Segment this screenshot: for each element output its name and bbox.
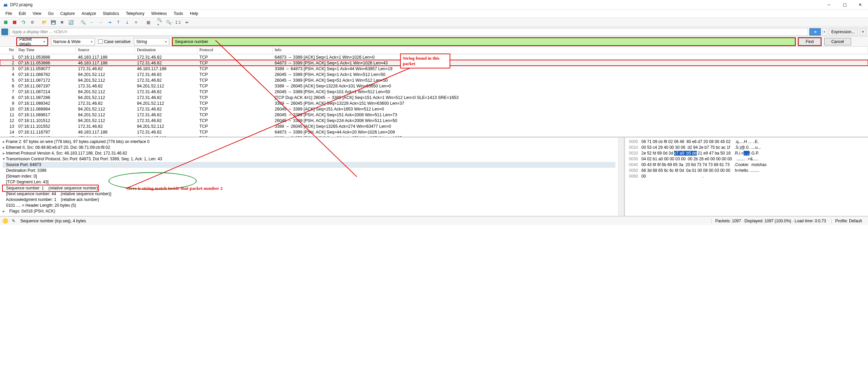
- bookmark-icon[interactable]: [1, 28, 8, 35]
- main-toolbar: ⚙ 📂 💾 ✖ 🔄 🔍 ← → ⇥ ⤒ ⤓ ≡ ▦ 🔍+ 🔍- 1:1 ⇹: [0, 18, 868, 27]
- apply-filter-button[interactable]: [809, 28, 821, 36]
- detail-line[interactable]: [TCP Segment Len: 43]: [3, 179, 615, 185]
- toolbar-zoom-reset-icon[interactable]: 1:1: [174, 19, 182, 26]
- detail-line[interactable]: [Stream index: 0]: [3, 174, 615, 179]
- status-profile[interactable]: Profile: Default: [831, 219, 865, 223]
- packet-details-pane[interactable]: Frame 2: 97 bytes on wire (776 bits), 97…: [0, 138, 618, 216]
- find-button[interactable]: Find: [798, 38, 821, 45]
- hex-row[interactable]: 0060 00 .: [629, 174, 864, 179]
- detail-line[interactable]: Ethernet II, Src: 06:48:80:e6:d7:20, Dst…: [3, 145, 615, 150]
- menu-analyze[interactable]: Analyze: [78, 11, 100, 17]
- packet-row[interactable]: 907:16:11.088342172.31.46.8294.201.52.11…: [0, 100, 868, 106]
- packet-row[interactable]: 807:16:11.08728694.201.52.112172.31.46.8…: [0, 95, 868, 100]
- col-no[interactable]: No: [0, 47, 16, 54]
- packet-row[interactable]: 1207:16:11.10151294.201.52.112172.31.46.…: [0, 118, 868, 123]
- toolbar-find-icon[interactable]: 🔍: [79, 19, 87, 26]
- menu-capture[interactable]: Capture: [57, 11, 78, 17]
- annotation-found-box: String found in this packet: [400, 54, 450, 68]
- hex-row[interactable]: 0000 06 71 09 cb f8 02 06 48 80 e6 d7 20…: [629, 139, 864, 145]
- menu-tools[interactable]: Tools: [170, 11, 186, 17]
- toolbar-last-icon[interactable]: ⤓: [123, 19, 131, 26]
- checkbox-icon: [98, 39, 103, 44]
- filter-history-dropdown[interactable]: [822, 28, 827, 36]
- add-filter-button[interactable]: [859, 28, 867, 36]
- expression-button[interactable]: Expression...: [828, 28, 858, 36]
- hex-row[interactable]: 0040 00 43 6f 6f 6b 69 65 3a 20 6d 73 74…: [629, 162, 864, 168]
- packet-row[interactable]: 407:16:11.08678294.201.52.112172.31.46.8…: [0, 72, 868, 77]
- menu-file[interactable]: File: [2, 11, 15, 17]
- status-packets: Packets: 1097 · Displayed: 1097 (100.0%)…: [711, 219, 829, 223]
- menu-bar: File Edit View Go Capture Analyze Statis…: [0, 9, 868, 18]
- toolbar-colorize-icon[interactable]: ▦: [144, 19, 152, 26]
- toolbar-options-icon[interactable]: ⚙: [28, 19, 36, 26]
- detail-line[interactable]: Transmission Control Protocol, Src Port:…: [3, 156, 615, 162]
- menu-statistics[interactable]: Statistics: [99, 11, 122, 17]
- col-info[interactable]: Info: [273, 47, 868, 54]
- detail-line[interactable]: [Next sequence number: 44 (relative sequ…: [3, 191, 615, 197]
- detail-line[interactable]: 0101 .... = Header Length: 20 bytes (5): [3, 203, 615, 208]
- menu-go[interactable]: Go: [45, 11, 57, 17]
- packet-row[interactable]: 1407:16:11.11679746.183.117.188172.31.46…: [0, 129, 868, 135]
- display-filter-input[interactable]: [9, 28, 808, 36]
- search-scope-combo[interactable]: Packet details: [17, 38, 47, 45]
- toolbar-resize-cols-icon[interactable]: ⇹: [183, 19, 191, 26]
- toolbar-next-icon[interactable]: →: [97, 19, 104, 26]
- menu-telephony[interactable]: Telephony: [122, 11, 148, 17]
- detail-line[interactable]: Flags: 0x018 (PSH, ACK): [3, 208, 615, 214]
- packet-row[interactable]: 1107:16:11.08981794.201.52.112172.31.46.…: [0, 112, 868, 118]
- toolbar-autoscroll-icon[interactable]: ≡: [132, 19, 140, 26]
- toolbar-jump-icon[interactable]: ⇥: [106, 19, 113, 26]
- toolbar-restart-capture-icon[interactable]: [20, 19, 27, 26]
- toolbar-close-icon[interactable]: ✖: [58, 19, 66, 26]
- menu-view[interactable]: View: [29, 11, 45, 17]
- packet-row[interactable]: 607:16:11.087197172.31.46.8294.201.52.11…: [0, 83, 868, 89]
- expert-info-icon[interactable]: [3, 218, 8, 224]
- minimize-button[interactable]: [821, 0, 837, 9]
- toolbar-zoom-out-icon[interactable]: 🔍-: [165, 19, 173, 26]
- toolbar-start-capture-icon[interactable]: [2, 19, 9, 26]
- toolbar-first-icon[interactable]: ⤒: [115, 19, 122, 26]
- menu-edit[interactable]: Edit: [15, 11, 29, 17]
- cancel-button[interactable]: Cancel: [824, 38, 851, 45]
- toolbar-zoom-in-icon[interactable]: 🔍+: [157, 19, 164, 26]
- hex-row[interactable]: 0030 04 02 b1 a0 00 00 03 00 00 2b 26 e0…: [629, 156, 864, 162]
- detail-line[interactable]: Acknowledgment number: 1 (relative ack n…: [3, 197, 615, 203]
- edit-capture-comment-icon[interactable]: ✎: [11, 218, 16, 224]
- search-width-combo[interactable]: Narrow & Wide: [51, 38, 95, 45]
- packet-row[interactable]: 1507:16:11.120985172.31.46.8246.183.117.…: [0, 135, 868, 138]
- menu-wireless[interactable]: Wireless: [148, 11, 170, 17]
- detail-line[interactable]: Internet Protocol Version 4, Src: 46.183…: [3, 150, 615, 156]
- detail-line[interactable]: Source Port: 64873: [3, 162, 615, 168]
- toolbar-reload-icon[interactable]: 🔄: [67, 19, 75, 26]
- detail-line[interactable]: Destination Port: 3389: [3, 168, 615, 174]
- search-type-combo[interactable]: String: [134, 38, 169, 45]
- toolbar-prev-icon[interactable]: ←: [88, 19, 96, 26]
- packet-row[interactable]: 507:16:11.08717294.201.52.112172.31.46.8…: [0, 77, 868, 83]
- maximize-button[interactable]: [837, 0, 852, 9]
- hex-row[interactable]: 0020 2e 52 fd 69 0d 3d c7 a9 b5 de 21 e9…: [629, 150, 864, 156]
- case-sensitive-checkbox[interactable]: Case sensitive: [98, 39, 131, 44]
- col-source[interactable]: Source: [76, 47, 135, 54]
- toolbar-open-icon[interactable]: 📂: [41, 19, 48, 26]
- packet-list-header: No Day Time Source Destination Protocol …: [0, 47, 868, 54]
- packet-row[interactable]: 1307:16:11.101552172.31.46.8294.201.52.1…: [0, 123, 868, 129]
- search-input[interactable]: [173, 38, 795, 45]
- close-button[interactable]: [852, 0, 868, 9]
- packet-bytes-pane[interactable]: 0000 06 71 09 cb f8 02 06 48 80 e6 d7 20…: [624, 138, 868, 216]
- toolbar-stop-capture-icon[interactable]: [11, 19, 18, 26]
- filter-bar: Expression...: [0, 27, 868, 37]
- menu-help[interactable]: Help: [186, 11, 202, 17]
- svg-rect-0: [13, 21, 16, 24]
- col-destination[interactable]: Destination: [135, 47, 197, 54]
- detail-line[interactable]: Frame 2: 97 bytes on wire (776 bits), 97…: [3, 139, 615, 145]
- details-scrollbar[interactable]: [618, 138, 624, 216]
- annotation-match-text: Here is string match inside that packet …: [127, 186, 223, 191]
- col-protocol[interactable]: Protocol: [197, 47, 273, 54]
- hex-row[interactable]: 0010 00 53 c4 29 40 00 30 06 d2 94 2e b7…: [629, 145, 864, 150]
- toolbar-save-icon[interactable]: 💾: [50, 19, 57, 26]
- hex-row[interactable]: 0050 68 3d 68 65 6c 6c 6f 0d 0a 01 00 08…: [629, 168, 864, 174]
- detail-line[interactable]: Sequence number: 1 (relative sequence nu…: [3, 185, 98, 191]
- packet-row[interactable]: 707:16:11.08721494.201.52.112172.31.46.8…: [0, 89, 868, 95]
- packet-row[interactable]: 1007:16:11.08898494.201.52.112172.31.46.…: [0, 106, 868, 112]
- col-daytime[interactable]: Day Time: [16, 47, 76, 54]
